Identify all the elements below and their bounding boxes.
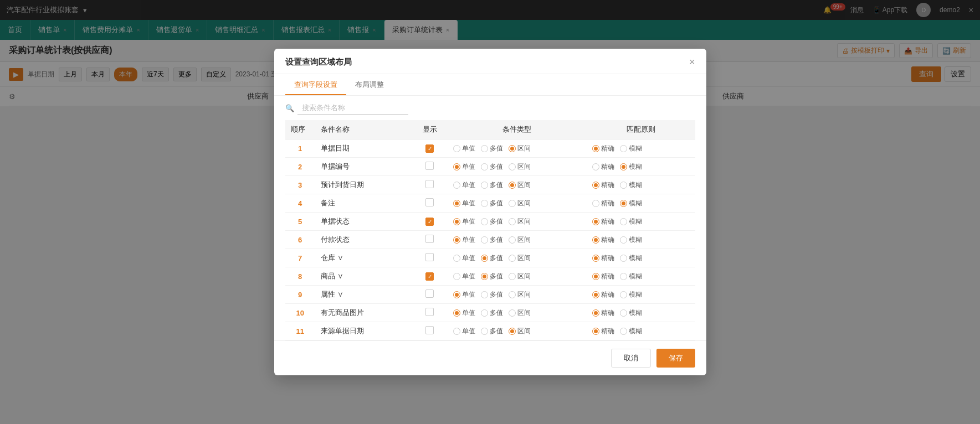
dialog-tabs: 查询字段设置 布局调整 xyxy=(274,74,706,96)
tab-field-settings-label: 查询字段设置 xyxy=(294,80,337,89)
dialog-overlay: 设置查询区域布局 × 查询字段设置 布局调整 🔍 顺序 条件名称 xyxy=(0,0,980,106)
dialog-search: 🔍 xyxy=(274,96,706,106)
tab-field-settings[interactable]: 查询字段设置 xyxy=(285,74,346,95)
tab-layout-adjust[interactable]: 布局调整 xyxy=(346,74,393,95)
dialog-close-button[interactable]: × xyxy=(689,56,695,68)
settings-dialog: 设置查询区域布局 × 查询字段设置 布局调整 🔍 顺序 条件名称 xyxy=(274,49,706,106)
dialog-title: 设置查询区域布局 xyxy=(285,57,352,68)
tab-layout-adjust-label: 布局调整 xyxy=(355,80,384,89)
search-input[interactable] xyxy=(297,101,408,106)
search-icon: 🔍 xyxy=(285,104,294,107)
dialog-header: 设置查询区域布局 × xyxy=(274,49,706,74)
